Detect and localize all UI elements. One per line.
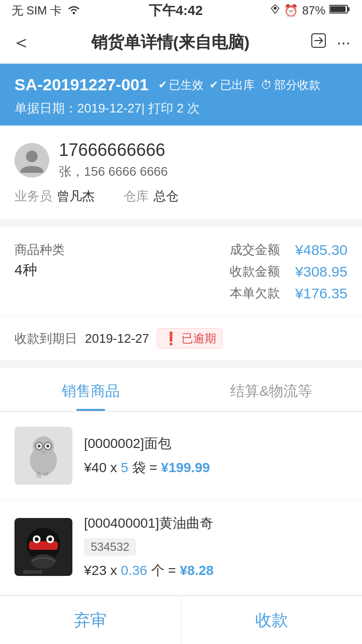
clock-icon: ⏱ [261,78,272,92]
list-item: diamond [000400001]黄油曲奇 534532 ¥23 x 0.3… [0,500,362,595]
staff-label: 业务员 [14,188,52,205]
svg-rect-3 [348,7,349,11]
warehouse-label: 仓库 [124,188,149,205]
sim-status: 无 SIM 卡 [12,3,62,18]
status-right: ⏰ 87% [270,4,350,17]
svg-text:diamond: diamond [23,569,42,574]
battery-icon [329,4,350,17]
product-2-info: [000400001]黄油曲奇 534532 ¥23 x 0.36 个 = ¥8… [84,514,348,580]
stats-left: 商品种类 4种 [14,241,65,280]
check-icon-2: ✔ [209,79,218,91]
back-button[interactable]: ＜ [12,29,31,56]
type-value: 4种 [14,260,65,280]
collected-label: 收款金额 [230,263,280,280]
staff-value: 曾凡杰 [57,188,95,205]
customer-section: 17666666666 张，156 6666 6666 业务员 曾凡杰 仓库 总… [0,126,362,219]
svg-point-0 [73,12,75,14]
product-1-total: ¥199.99 [161,460,210,475]
amount-label: 成交金额 [230,241,280,258]
nav-bar: ＜ 销货单详情(来自电脑) ··· [0,21,362,64]
abandon-review-button[interactable]: 弃审 [0,596,181,644]
type-label: 商品种类 [14,241,65,258]
overdue-badge: ❗ 已逾期 [157,328,223,349]
badge-effective: ✔ 已生效 [158,77,204,93]
product-2-thumbnail: diamond [14,518,72,576]
banner-date: 单据日期：2019-12-27| 打印 2 次 [14,100,348,117]
svg-point-25 [35,537,39,541]
warehouse-meta: 仓库 总仓 [124,188,179,205]
customer-meta: 业务员 曾凡杰 仓库 总仓 [14,188,348,205]
svg-point-15 [38,445,41,448]
nav-actions: ··· [310,32,350,53]
customer-phone: 17666666666 [59,140,168,160]
product-1-name: [0000002]面包 [84,434,348,453]
warehouse-value: 总仓 [153,188,179,205]
product-2-sku: 534532 [84,538,136,556]
collect-payment-button[interactable]: 收款 [181,596,362,644]
svg-point-1 [274,7,277,10]
status-badges: ✔ 已生效 ✔ 已出库 ⏱ 部分收款 [158,77,320,93]
product-2-name: [000400001]黄油曲奇 [84,514,348,532]
tabs: 销售商品 结算&物流等 [0,368,362,411]
order-id: SA-20191227-001 [14,75,149,94]
due-section: 收款到期日 2019-12-27 ❗ 已逾期 [0,316,362,360]
overdue-icon: ❗ [163,331,179,346]
customer-info: 17666666666 张，156 6666 6666 [59,140,168,180]
stats-section: 商品种类 4种 成交金额 ¥485.30 收款金额 ¥308.95 本单欠款 ¥… [0,227,362,316]
badge-partial: ⏱ 部分收款 [261,77,320,93]
bottom-bar: 弃审 收款 [0,596,362,644]
amount-row: 成交金额 ¥485.30 [230,241,348,258]
share-icon[interactable] [310,32,327,53]
header-banner: SA-20191227-001 ✔ 已生效 ✔ 已出库 ⏱ 部分收款 单据日期：… [0,64,362,126]
location-icon [270,4,280,17]
badge-shipped: ✔ 已出库 [209,77,255,93]
check-icon-1: ✔ [158,79,167,91]
battery-text: 87% [302,4,325,17]
owed-label: 本单欠款 [230,285,280,302]
svg-point-27 [31,554,56,569]
owed-value: ¥176.35 [290,285,348,302]
svg-rect-4 [330,6,346,12]
product-1-price: ¥40 x 5 袋 = ¥199.99 [84,459,348,477]
product-2-total: ¥8.28 [180,563,213,578]
amount-value: ¥485.30 [290,242,348,258]
wifi-icon [67,4,81,17]
collected-value: ¥308.95 [290,264,348,280]
product-2-qty: 0.36 [121,563,147,578]
customer-row: 17666666666 张，156 6666 6666 [14,140,348,180]
svg-point-7 [26,151,38,162]
due-label: 收款到期日 [14,330,77,347]
customer-name: 张，156 6666 6666 [59,163,168,180]
products-section: + 鱼+ [0000002]面包 ¥40 x 5 袋 = ¥199.99 [0,412,362,595]
more-icon[interactable]: ··· [337,33,350,52]
alarm-icon: ⏰ [284,4,298,17]
divider-1 [0,219,362,227]
status-left: 无 SIM 卡 [12,3,81,18]
stats-right: 成交金额 ¥485.30 收款金额 ¥308.95 本单欠款 ¥176.35 [230,241,348,302]
svg-rect-22 [29,541,58,550]
collected-row: 收款金额 ¥308.95 [230,263,348,280]
svg-point-26 [48,537,52,541]
owed-row: 本单欠款 ¥176.35 [230,285,348,302]
due-date: 2019-12-27 [85,331,149,346]
status-bar: 无 SIM 卡 下午4:42 ⏰ 87% [0,0,362,21]
product-1-info: [0000002]面包 ¥40 x 5 袋 = ¥199.99 [84,434,348,477]
overdue-text: 已逾期 [181,331,216,346]
product-1-thumbnail: + 鱼+ [14,427,72,485]
status-time: 下午4:42 [149,1,203,20]
svg-text:鱼+: 鱼+ [36,471,46,478]
page-title: 销货单详情(来自电脑) [91,31,250,54]
product-1-qty: 5 [121,460,128,475]
svg-point-16 [46,445,49,448]
tab-sales-products[interactable]: 销售商品 [0,368,181,411]
product-2-price: ¥23 x 0.36 个 = ¥8.28 [84,561,348,580]
list-item: + 鱼+ [0000002]面包 ¥40 x 5 袋 = ¥199.99 [0,412,362,500]
tab-settlement[interactable]: 结算&物流等 [181,368,362,411]
staff-meta: 业务员 曾凡杰 [14,188,95,205]
avatar [14,143,49,178]
